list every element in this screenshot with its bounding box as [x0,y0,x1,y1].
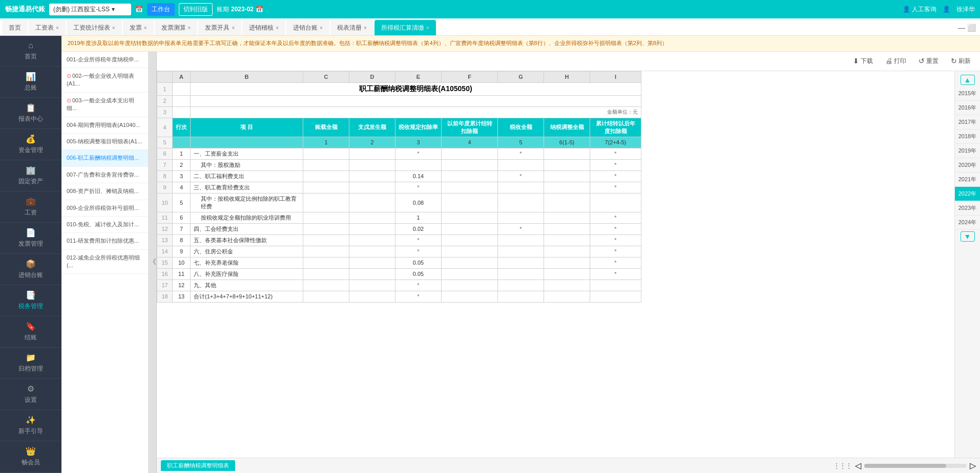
year-up-btn[interactable]: ▲ [961,75,975,85]
tab-home[interactable]: 首页 [2,20,28,35]
col-hdr-d: 支戊发生额 [349,118,395,137]
bottom-tab-bar: 职工薪酬纳税调整明细表 ⋮⋮⋮ ◁ ▷ [157,458,980,473]
sheet-scroll-right[interactable]: ▷ [970,461,976,470]
year-2015[interactable]: 2015年 [955,87,980,101]
workbench-button[interactable]: 工作台 [147,3,175,16]
sub-item-010[interactable]: 010-免税、减计收入及加计... [61,217,148,233]
sidebar-item-purchase-sales[interactable]: 📦 进销台账 [0,254,61,285]
sidebar-item-vip[interactable]: 👑 畅会员 [0,441,61,472]
company-selector[interactable]: (勿删) 江西股宝-LSS ▾ [49,4,131,15]
sidebar-item-funds[interactable]: 💰 资金管理 [0,129,61,160]
notice-bar: 2019年度涉及取以前年度结转数据的申报表单元格需要手工填写正确，才能保证本年及… [61,36,980,52]
print-label: 打印 [894,57,906,66]
tab-payroll[interactable]: 工资表 × [29,20,66,35]
sub-item-003[interactable]: ⊙003-一般企业成本支出明细... [61,93,148,117]
sidebar-item-invoice-mgmt[interactable]: 📄 发票管理 [0,223,61,254]
col-header-H: H [544,71,590,82]
refresh-btn[interactable]: ↻ 刷新 [948,55,974,68]
tab-tax-list-label: 税表清册 [337,24,362,32]
sidebar-item-archive[interactable]: 📁 归档管理 [0,348,61,379]
print-icon: 🖨 [885,57,892,65]
tab-tax-list-close[interactable]: × [364,25,367,31]
sidebar-item-assets[interactable]: 🏢 固定资产 [0,160,61,191]
main-panel: ⬇ 下载 🖨 打印 ↺ 重置 ↻ 刷新 [157,52,980,473]
settings-icon: ⚙ [27,384,34,394]
year-sidebar: ▲ 2015年 2016年 2017年 2018年 2019年 2020年 20… [954,71,980,458]
year-2024[interactable]: 2024年 [955,216,980,230]
tab-invoice-close[interactable]: × [144,25,147,31]
sidebar-item-reports[interactable]: 📋 报表中心 [0,98,61,129]
tab-income-tax-close[interactable]: × [426,25,429,31]
tab-audit-close[interactable]: × [276,25,279,31]
sidebar-item-tax-mgmt[interactable]: 📑 税务管理 [0,285,61,316]
year-2022[interactable]: 2022年 [955,187,980,201]
sidebar-item-settings[interactable]: ⚙ 设置 [0,379,61,410]
table-row: 11 6 按税收规定全额扣除的职业培训费用 1 * [157,212,641,223]
spreadsheet-container[interactable]: A B C D E F G H I [157,71,954,458]
switch-old-button[interactable]: 切到旧版 [179,3,213,16]
company-dropdown-icon[interactable]: ▾ [112,6,115,13]
tab-minimize-icon[interactable]: — [958,24,965,32]
sheet-options-icon[interactable]: ⋮⋮⋮ [833,462,852,469]
year-down-btn[interactable]: ▼ [961,231,975,242]
sidebar-item-close-period[interactable]: 🔖 结账 [0,316,61,348]
period-calendar-icon[interactable]: 📅 [256,6,263,13]
sub-item-004[interactable]: 004-期间费用明细表(A1040... [61,117,148,134]
download-btn[interactable]: ⬇ 下载 [850,55,876,68]
sidebar-label-vip: 畅会员 [22,458,40,467]
error-dot-002: ⊙ [67,73,71,79]
reset-btn[interactable]: ↺ 重置 [915,55,942,68]
sub-item-011[interactable]: 011-研发费用加计扣除优惠... [61,233,148,249]
year-2017[interactable]: 2017年 [955,115,980,130]
sub-item-008[interactable]: 008-资产折旧、摊销及纳税... [61,183,148,200]
sub-item-001[interactable]: 001-企业所得税年度纳税申... [61,52,148,68]
tab-invoice-calc[interactable]: 发票测算 × [155,20,198,35]
sub-item-006[interactable]: 006-职工薪酬纳税调整明细... [61,150,148,166]
company-name: (勿删) 江西股宝-LSS [53,5,110,14]
tab-payroll-close[interactable]: × [56,25,59,31]
tab-invoice-issue[interactable]: 发票开具 × [198,20,241,35]
tab-payroll-stats-close[interactable]: × [112,25,115,31]
collapse-btn[interactable]: 《 [149,52,157,473]
tab-tax-list[interactable]: 税表清册 × [330,20,373,35]
table-row: 7 2 其中：股权激励 * [157,159,641,170]
service-btn[interactable]: 👤 人工客询 [903,5,936,14]
year-2020[interactable]: 2020年 [955,158,980,173]
sub-item-007[interactable]: 007-广告费和业务宣传费弥... [61,167,148,183]
print-btn[interactable]: 🖨 打印 [882,55,909,68]
sub-item-012[interactable]: 012-减免企业所得税优惠明细(... [61,250,148,274]
tab-audit[interactable]: 进销稽核 × [242,20,285,35]
sub-item-009[interactable]: 009-企业所得税弥补亏损明... [61,200,148,217]
sub-item-002[interactable]: ⊙002-一般企业收入明细表(A1... [61,68,148,93]
archive-icon: 📁 [26,353,36,362]
sheet-scrollbar[interactable] [864,464,967,468]
sidebar: ⌂ 首页 📊 总账 📋 报表中心 💰 资金管理 🏢 固定资产 💼 工资 📄 发票… [0,36,61,473]
tab-invoice-issue-close[interactable]: × [232,25,235,31]
tab-ledger[interactable]: 进销台账 × [286,20,329,35]
bottom-tab-salary[interactable]: 职工薪酬纳税调整明细表 [161,460,235,471]
year-2016[interactable]: 2016年 [955,101,980,115]
table-row: 14 9 六、住房公积金 * * [157,246,641,257]
tab-invoice[interactable]: 发票 × [123,20,154,35]
tab-invoice-calc-close[interactable]: × [188,25,191,31]
ledger-icon: 📊 [26,72,36,81]
sidebar-item-guide[interactable]: ✨ 新手引导 [0,410,61,441]
sheet-scroll-left[interactable]: ◁ [855,461,861,470]
download-label: 下载 [861,57,873,66]
sidebar-item-salary[interactable]: 💼 工资 [0,191,61,223]
tab-payroll-stats[interactable]: 工资统计报表 × [67,20,122,35]
year-2021[interactable]: 2021年 [955,173,980,187]
tab-income-tax[interactable]: 所得税汇算清缴 × [374,20,436,35]
assets-icon: 🏢 [26,165,36,175]
tab-ledger-close[interactable]: × [320,25,323,31]
sidebar-item-home[interactable]: ⌂ 首页 [0,36,61,67]
sidebar-item-ledger-main[interactable]: 📊 总账 [0,67,61,98]
tab-maximize-icon[interactable]: ⬜ [967,24,976,32]
year-2019[interactable]: 2019年 [955,144,980,158]
purchase-icon: 📦 [26,259,36,269]
sub-layout: 001-企业所得税年度纳税申... ⊙002-一般企业收入明细表(A1... ⊙… [61,52,980,473]
year-2018[interactable]: 2018年 [955,130,980,144]
sidebar-label-settings: 设置 [25,396,37,404]
sub-item-005[interactable]: 005-纳税调整项目明细表(A1... [61,134,148,150]
year-2023[interactable]: 2023年 [955,201,980,216]
